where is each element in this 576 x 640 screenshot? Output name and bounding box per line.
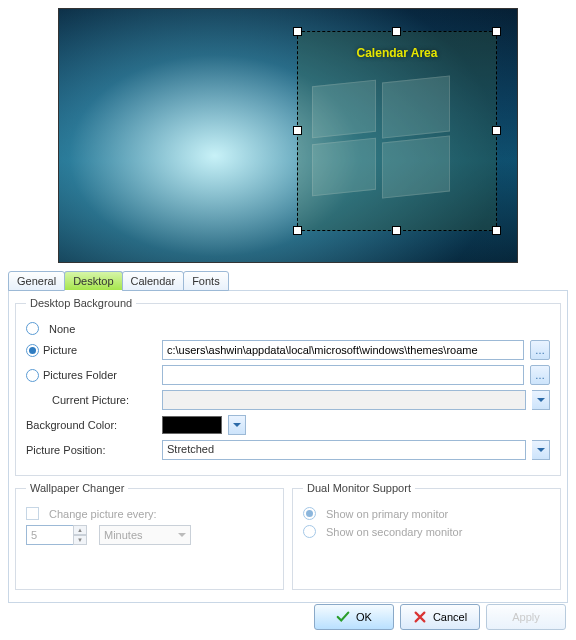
desktop-panel: Desktop Background None Picture … Pictur… (8, 290, 568, 603)
tab-desktop[interactable]: Desktop (64, 271, 122, 291)
current-picture-dropdown-button[interactable] (532, 390, 550, 410)
resize-handle-nw[interactable] (293, 27, 302, 36)
change-interval-spinner: ▲ ▼ (26, 525, 87, 545)
picture-position-dropdown-button[interactable] (532, 440, 550, 460)
current-picture-combo[interactable] (162, 390, 526, 410)
radio-picture[interactable] (26, 344, 39, 357)
resize-handle-sw[interactable] (293, 226, 302, 235)
picture-browse-button[interactable]: … (530, 340, 550, 360)
change-every-label: Change picture every: (49, 508, 157, 520)
picture-path-input[interactable] (162, 340, 524, 360)
group-legend: Desktop Background (26, 297, 136, 309)
changer-legend: Wallpaper Changer (26, 482, 128, 494)
cancel-label: Cancel (433, 611, 467, 623)
tab-bar: General Desktop Calendar Fonts (8, 271, 568, 291)
tab-calendar[interactable]: Calendar (122, 271, 185, 291)
bg-color-dropdown-button[interactable] (228, 415, 246, 435)
chevron-down-icon (178, 533, 186, 541)
radio-none[interactable] (26, 322, 39, 335)
interval-input (26, 525, 74, 545)
radio-primary-label: Show on primary monitor (326, 508, 448, 520)
resize-handle-s[interactable] (392, 226, 401, 235)
radio-primary-monitor (303, 507, 316, 520)
calendar-selection-area[interactable]: Calendar Area (297, 31, 497, 231)
check-icon (336, 610, 350, 624)
bg-color-label: Background Color: (26, 419, 156, 431)
desktop-background-group: Desktop Background None Picture … Pictur… (15, 297, 561, 476)
resize-handle-e[interactable] (492, 126, 501, 135)
pictures-folder-input[interactable] (162, 365, 524, 385)
selection-label: Calendar Area (298, 46, 496, 60)
tab-fonts[interactable]: Fonts (183, 271, 229, 291)
dialog-button-bar: OK Cancel Apply (314, 604, 566, 630)
radio-picture-label: Picture (43, 344, 77, 356)
close-icon (413, 610, 427, 624)
picture-position-combo[interactable]: Stretched (162, 440, 526, 460)
radio-secondary-label: Show on secondary monitor (326, 526, 462, 538)
interval-unit-label: Minutes (104, 529, 143, 541)
bg-color-swatch[interactable] (162, 416, 222, 434)
ok-label: OK (356, 611, 372, 623)
dual-monitor-group: Dual Monitor Support Show on primary mon… (292, 482, 561, 590)
wallpaper-preview[interactable]: Calendar Area (58, 8, 518, 263)
wallpaper-changer-group: Wallpaper Changer Change picture every: … (15, 482, 284, 590)
cancel-button[interactable]: Cancel (400, 604, 480, 630)
picture-position-label: Picture Position: (26, 444, 156, 456)
resize-handle-n[interactable] (392, 27, 401, 36)
change-every-checkbox (26, 507, 39, 520)
spin-down: ▼ (73, 535, 87, 545)
ok-button[interactable]: OK (314, 604, 394, 630)
radio-secondary-monitor (303, 525, 316, 538)
tab-general[interactable]: General (8, 271, 65, 291)
current-picture-label: Current Picture: (26, 394, 156, 406)
radio-pictures-folder-label: Pictures Folder (43, 369, 117, 381)
pictures-folder-browse-button[interactable]: … (530, 365, 550, 385)
radio-pictures-folder[interactable] (26, 369, 39, 382)
resize-handle-se[interactable] (492, 226, 501, 235)
dual-legend: Dual Monitor Support (303, 482, 415, 494)
resize-handle-ne[interactable] (492, 27, 501, 36)
interval-unit-select: Minutes (99, 525, 191, 545)
radio-none-label: None (49, 323, 75, 335)
apply-button[interactable]: Apply (486, 604, 566, 630)
resize-handle-w[interactable] (293, 126, 302, 135)
apply-label: Apply (512, 611, 540, 623)
spin-up: ▲ (73, 525, 87, 535)
